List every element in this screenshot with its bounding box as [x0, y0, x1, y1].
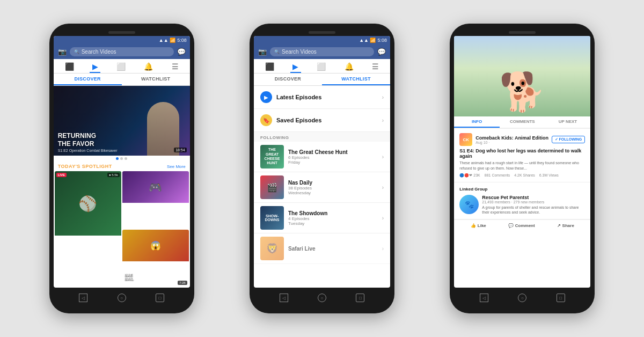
show-item-showdown[interactable]: SHOW-DOWNS The Showdown 4 Episodes Tuesd… — [254, 203, 390, 233]
tab-discover-2[interactable]: DISCOVER — [254, 74, 322, 85]
view-count-card: 6.3M Views — [539, 173, 559, 178]
nav-groups-2[interactable]: ⬜ — [317, 62, 326, 71]
ep-title: S1 E4: Dog who lost her legs was determi… — [459, 148, 585, 159]
show-day-showdown: Tuesday — [288, 221, 378, 226]
status-time-1: 5:08 — [177, 38, 187, 43]
shock-bg: 😱 — [122, 230, 189, 261]
share-btn[interactable]: ↗ Share — [557, 223, 574, 228]
camera-icon-1[interactable]: 📷 — [58, 48, 67, 56]
following-label: FOLLOWING — [254, 132, 390, 142]
show-name-cheese: The Great Cheese Hunt — [288, 149, 378, 155]
recents-btn-3[interactable]: □ — [557, 294, 565, 302]
phone-1: ▲▲ 📶 5:08 📷 🔍 Search Videos 💬 ⬛ ▶ ⬜ 🔔 ☰ — [49, 24, 194, 313]
reaction-icons: 🔵🔴❤ — [459, 173, 472, 178]
show-day-nas: Wednesday — [288, 191, 378, 195]
search-bar-1[interactable]: 🔍 Search Videos — [70, 47, 174, 56]
like-btn[interactable]: 👍 Like — [471, 223, 486, 228]
linked-group-card: Linked Group 🐾 Rescue Pet Parentst 21,49… — [454, 182, 590, 219]
back-btn-1[interactable]: ◁ — [79, 294, 87, 302]
messenger-icon-1[interactable]: 💬 — [177, 48, 186, 56]
recents-btn-1[interactable]: □ — [156, 294, 164, 302]
search-icon-1: 🔍 — [74, 49, 79, 54]
show-day-cheese: Friday — [288, 160, 378, 165]
hero-duration: 18:54 — [174, 148, 187, 152]
tab-discover-1[interactable]: DISCOVER — [54, 74, 122, 85]
search-placeholder-1: Search Videos — [82, 49, 116, 55]
video-hero-bg-1: RETURNING THE FAVOR S1:E2 Operation Comb… — [54, 86, 190, 156]
dot-2 — [120, 157, 123, 160]
showdown-thumb-bg: SHOW-DOWNS — [260, 206, 284, 230]
tab-watchlist-1[interactable]: WATCHLIST — [122, 74, 190, 85]
see-more-link[interactable]: See More — [167, 164, 186, 169]
nav-home-2[interactable]: ⬛ — [265, 62, 274, 71]
nav-home-1[interactable]: ⬛ — [65, 62, 74, 71]
tabs-row-1: DISCOVER WATCHLIST — [54, 74, 190, 86]
nav-groups-1[interactable]: ⬜ — [116, 62, 126, 71]
saved-episodes-btn[interactable]: 🔖 Saved Episodes › — [254, 109, 390, 132]
home-btn-1[interactable]: ○ — [118, 294, 126, 302]
info-tab-upnext[interactable]: UP NEXT — [545, 116, 591, 128]
action-row: 👍 Like 💬 Comment ↗ Share — [454, 219, 590, 231]
status-icons-1: ▲▲ 📶 — [159, 38, 175, 43]
group-desc: A group for parents of shelter and rescu… — [482, 205, 585, 215]
sports-bg: ⚾ — [55, 171, 121, 236]
like-label: Like — [478, 223, 486, 228]
status-icons-2: ▲▲ 📶 — [359, 38, 376, 43]
phone-speaker-2 — [309, 31, 335, 34]
camera-icon-2[interactable]: 📷 — [258, 48, 267, 56]
share-icon: ↗ — [557, 223, 561, 228]
recents-btn-2[interactable]: □ — [356, 294, 364, 302]
show-item-safari[interactable]: 🦁 Safari Live › — [254, 233, 390, 264]
tab-watchlist-2[interactable]: WATCHLIST — [322, 74, 390, 85]
comment-count: 881 Comments — [485, 173, 510, 178]
nav-menu-1[interactable]: ☰ — [172, 62, 179, 71]
comment-icon: 💬 — [508, 223, 514, 228]
show-item-nas[interactable]: 🎬 Nas Daily 38 Episodes Wednesday › — [254, 172, 390, 203]
messenger-icon-2[interactable]: 💬 — [377, 48, 386, 56]
show-info-nas: Nas Daily 38 Episodes Wednesday — [288, 180, 378, 195]
spotlight-sports[interactable]: ⚾ LIVE ● 5.5k — [55, 171, 121, 287]
show-item-cheese[interactable]: THEGREATCHEESEHUNT The Great Cheese Hunt… — [254, 142, 390, 172]
dot-3 — [125, 157, 127, 160]
home-btn-3[interactable]: ○ — [518, 294, 526, 302]
cheese-chevron: › — [382, 154, 384, 160]
back-btn-2[interactable]: ◁ — [280, 294, 288, 302]
latest-episodes-btn[interactable]: ▶ Latest Episodes › — [254, 86, 390, 109]
tabs-row-2: DISCOVER WATCHLIST — [254, 74, 390, 86]
shock-duration: 7:28 — [178, 281, 187, 285]
search-icon-2: 🔍 — [274, 49, 280, 54]
show-eps-showdown: 4 Episodes — [288, 216, 378, 221]
share-label: Share — [562, 223, 574, 228]
following-button[interactable]: ✓ FOLLOWING — [552, 136, 586, 143]
saved-chevron: › — [382, 118, 384, 123]
nav-menu-2[interactable]: ☰ — [372, 62, 379, 71]
nav-video-1[interactable]: ▶ — [92, 62, 98, 71]
info-tab-comments[interactable]: COMMENTS — [500, 116, 545, 128]
group-avatar: 🐾 — [459, 195, 479, 214]
hero-subtitle: S1:E2 Operation Combat Bikesaver — [58, 149, 118, 152]
saved-title: Saved Episodes — [276, 117, 321, 123]
fb-header-2: 📷 🔍 Search Videos 💬 — [254, 45, 390, 59]
show-eps-nas: 38 Episodes — [288, 186, 378, 191]
nav-video-2[interactable]: ▶ — [292, 62, 298, 71]
video-hero-1[interactable]: RETURNING THE FAVOR S1:E2 Operation Comb… — [54, 86, 190, 156]
search-bar-2[interactable]: 🔍 Search Videos — [270, 47, 374, 56]
saved-episodes-left: 🔖 Saved Episodes — [260, 114, 321, 126]
phone-2: ▲▲ 📶 5:08 📷 🔍 Search Videos 💬 ⬛ ▶ ⬜ 🔔 ☰ — [250, 24, 394, 313]
card-stats: 🔵🔴❤ 23K 881 Comments 4.2K Shares 6.3M Vi… — [459, 173, 585, 178]
back-btn-3[interactable]: ◁ — [480, 294, 488, 302]
card-description: These animals had a rough start in life … — [459, 160, 585, 171]
nav-icons-1: ⬛ ▶ ⬜ 🔔 ☰ — [54, 59, 190, 74]
reaction-count: 23K — [473, 173, 480, 177]
fb-header-1: 📷 🔍 Search Videos 💬 — [54, 45, 190, 59]
nav-notif-2[interactable]: 🔔 — [345, 62, 354, 71]
card-header: CK Comeback Kids: Animal Edition Aug 10 … — [459, 133, 585, 146]
spotlight-shock[interactable]: 😱 BAEBAIL 7:28 — [122, 230, 189, 287]
show-thumb-nas: 🎬 — [260, 175, 284, 199]
spotlight-game[interactable]: 🎮 — [122, 171, 189, 229]
info-tab-info[interactable]: INFO — [454, 116, 500, 128]
card-date: Aug 10 · — [475, 141, 548, 144]
home-btn-2[interactable]: ○ — [318, 294, 326, 302]
nav-notif-1[interactable]: 🔔 — [144, 62, 153, 71]
comment-btn[interactable]: 💬 Comment — [508, 223, 535, 228]
